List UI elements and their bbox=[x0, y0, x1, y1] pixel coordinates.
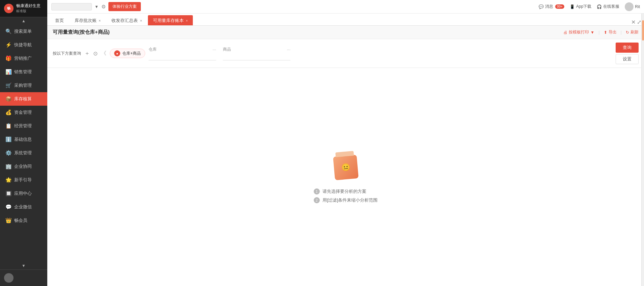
topbar: ▼ ⚙ 体验行业方案 💬 消息 99+ 📱 App下载 🎧 在线客服 Rit bbox=[47, 0, 644, 14]
sidebar-label-member: 畅会员 bbox=[14, 217, 27, 224]
app-download-btn[interactable]: 📱 App下载 bbox=[570, 4, 591, 9]
divider1: | bbox=[598, 30, 599, 35]
sidebar-item-wechat[interactable]: 💬企业微信 bbox=[0, 200, 47, 214]
sidebar-icon-operations: 📋 bbox=[5, 123, 11, 129]
sidebar-item-system[interactable]: ⚙️系统管理 bbox=[0, 146, 47, 160]
hint-num-2: 2 bbox=[314, 197, 320, 203]
sidebar-item-inventory[interactable]: 📦库存核算 bbox=[0, 92, 47, 106]
sidebar-scroll-up[interactable]: ▲ bbox=[0, 17, 47, 25]
sidebar-label-app-center: 应用中心 bbox=[14, 190, 32, 197]
filter-fields: 仓库 ··· 商品 ··· bbox=[149, 47, 612, 60]
sidebar-item-shortcut[interactable]: ⚡快捷导航 bbox=[0, 38, 47, 52]
sidebar-label-purchase: 采购管理 bbox=[14, 82, 32, 88]
goods-input[interactable] bbox=[223, 53, 290, 60]
empty-hints: 1 请先选择要分析的方案 2 用[过滤]条件来缩小分析范围 bbox=[314, 188, 378, 203]
sidebar-icon-search: 🔍 bbox=[5, 28, 11, 34]
sidebar-item-member[interactable]: 👑畅会员 bbox=[0, 214, 47, 227]
user-info[interactable]: Rit bbox=[625, 2, 640, 11]
printer-icon: 🖨 bbox=[563, 30, 567, 35]
sidebar-item-app-center[interactable]: 🔲应用中心 bbox=[0, 187, 47, 200]
filter-actions: 查询 设置 bbox=[616, 43, 639, 64]
export-icon: ⬆ bbox=[604, 30, 607, 35]
collapse-btn[interactable]: 《 bbox=[101, 50, 106, 57]
sidebar-item-basic-info[interactable]: ℹ️基础信息 bbox=[0, 133, 47, 146]
sidebar-label-marketing-promo: 营销推广 bbox=[14, 55, 32, 61]
settings-btn[interactable]: 设置 bbox=[616, 54, 639, 64]
sidebar-label-wechat: 企业微信 bbox=[14, 204, 32, 210]
maximize-btn[interactable]: ⤢ bbox=[637, 19, 641, 25]
tab-available-ledger[interactable]: 可用量库存账本 × bbox=[148, 15, 193, 25]
main-content: ▼ ⚙ 体验行业方案 💬 消息 99+ 📱 App下载 🎧 在线客服 Rit bbox=[47, 0, 644, 286]
add-scheme-btn[interactable]: ＋ bbox=[84, 50, 90, 57]
close-batch-account[interactable]: × bbox=[99, 19, 101, 23]
user-avatar bbox=[4, 273, 14, 283]
filter-label: 按以下方案查询 bbox=[53, 51, 81, 56]
message-btn[interactable]: 💬 消息 99+ bbox=[539, 4, 564, 9]
industry-btn[interactable]: 体验行业方案 bbox=[108, 2, 141, 11]
sidebar-icon-enterprise: 🏢 bbox=[5, 163, 11, 170]
sidebar-scroll-down[interactable]: ▼ bbox=[0, 262, 47, 269]
sidebar-label-finance: 资金管理 bbox=[14, 109, 32, 115]
online-service-btn[interactable]: 🎧 在线客服 bbox=[597, 4, 619, 9]
search-input[interactable] bbox=[51, 3, 92, 10]
sidebar-icon-marketing-promo: 🎁 bbox=[5, 55, 11, 61]
refresh-btn[interactable]: ↻ 刷新 bbox=[626, 29, 639, 35]
edit-scheme-btn[interactable]: ⊙ bbox=[93, 50, 98, 57]
sidebar-label-enterprise: 企业协同 bbox=[14, 163, 32, 170]
sidebar-user[interactable] bbox=[0, 269, 47, 286]
warehouse-input[interactable] bbox=[149, 53, 216, 60]
tab-batch-account[interactable]: 库存批次账 × bbox=[70, 15, 106, 25]
sidebar-label-basic-info: 基础信息 bbox=[14, 136, 32, 142]
sidebar-icon-wechat: 💬 bbox=[5, 204, 11, 210]
query-btn[interactable]: 查询 bbox=[616, 43, 639, 53]
tab-receive-summary[interactable]: 收发存汇总表 × bbox=[106, 15, 147, 25]
sidebar: 畅 畅康通好生意 标准版 ▲ 🔍搜索菜单⚡快捷导航🎁营销推广📊销售管理🛒采购管理… bbox=[0, 0, 47, 286]
right-scrollbar[interactable] bbox=[641, 14, 644, 286]
close-tab-btn[interactable]: ✕ bbox=[631, 19, 636, 25]
dropdown-btn[interactable]: ▼ bbox=[95, 4, 99, 9]
sidebar-item-sales[interactable]: 📊销售管理 bbox=[0, 65, 47, 79]
filter-scheme[interactable]: ● 仓库+商品 bbox=[110, 49, 145, 58]
topbar-right: 💬 消息 99+ 📱 App下载 🎧 在线客服 Rit bbox=[539, 2, 640, 11]
sidebar-icon-sales: 📊 bbox=[5, 69, 11, 75]
empty-hint-2: 2 用[过滤]条件来缩小分析范围 bbox=[314, 197, 378, 203]
empty-state: 😐 1 请先选择要分析的方案 2 用[过滤]条件来缩小分析范围 bbox=[47, 68, 644, 286]
empty-box-icon: 😐 bbox=[333, 155, 359, 180]
sidebar-icon-inventory: 📦 bbox=[5, 96, 11, 102]
warehouse-more-btn[interactable]: ··· bbox=[212, 47, 216, 52]
sidebar-label-operations: 经营管理 bbox=[14, 123, 32, 129]
company-name: 畅康通好生意 bbox=[16, 3, 41, 9]
close-available-ledger[interactable]: × bbox=[186, 19, 188, 23]
sidebar-logo: 畅 bbox=[4, 4, 14, 13]
page-header-actions: 🖨 按模板打印 ▼ | ⬆ 导出 | ↻ 刷新 bbox=[563, 29, 639, 35]
sidebar-item-enterprise[interactable]: 🏢企业协同 bbox=[0, 160, 47, 173]
print-btn[interactable]: 🖨 按模板打印 ▼ bbox=[563, 29, 594, 35]
sidebar-item-operations[interactable]: 📋经营管理 bbox=[0, 119, 47, 133]
topbar-avatar bbox=[625, 2, 634, 11]
page-header: 可用量查询(按仓库+商品) 🖨 按模板打印 ▼ | ⬆ 导出 | ↻ 刷新 bbox=[47, 26, 644, 39]
print-dropdown-icon: ▼ bbox=[590, 30, 594, 35]
close-receive-summary[interactable]: × bbox=[140, 19, 142, 23]
page-title: 可用量查询(按仓库+商品) bbox=[53, 29, 110, 35]
goods-more-btn[interactable]: ··· bbox=[287, 47, 290, 52]
sidebar-icon-shortcut: ⚡ bbox=[5, 42, 11, 48]
gear-btn[interactable]: ⚙ bbox=[101, 4, 106, 10]
sidebar-item-newbie[interactable]: 🌟新手引导 bbox=[0, 173, 47, 187]
headset-icon: 🎧 bbox=[597, 4, 602, 9]
tab-home[interactable]: 首页 bbox=[50, 15, 69, 25]
sidebar-label-sales: 销售管理 bbox=[14, 69, 32, 75]
sidebar-icon-system: ⚙️ bbox=[5, 150, 11, 156]
sidebar-item-purchase[interactable]: 🛒采购管理 bbox=[0, 79, 47, 92]
sidebar-item-search[interactable]: 🔍搜索菜单 bbox=[0, 25, 47, 38]
edition-label: 标准版 bbox=[16, 9, 41, 14]
sidebar-label-system: 系统管理 bbox=[14, 150, 32, 156]
scrollbar-thumb bbox=[642, 20, 644, 41]
sidebar-icon-finance: 💰 bbox=[5, 109, 11, 115]
empty-illustration: 😐 bbox=[329, 151, 363, 184]
sidebar-item-marketing-promo[interactable]: 🎁营销推广 bbox=[0, 52, 47, 65]
sidebar-item-finance[interactable]: 💰资金管理 bbox=[0, 106, 47, 119]
username-label: Rit bbox=[635, 4, 640, 9]
sidebar-icon-app-center: 🔲 bbox=[5, 190, 11, 197]
scheme-label: 仓库+商品 bbox=[122, 51, 141, 56]
export-btn[interactable]: ⬆ 导出 bbox=[604, 29, 617, 35]
